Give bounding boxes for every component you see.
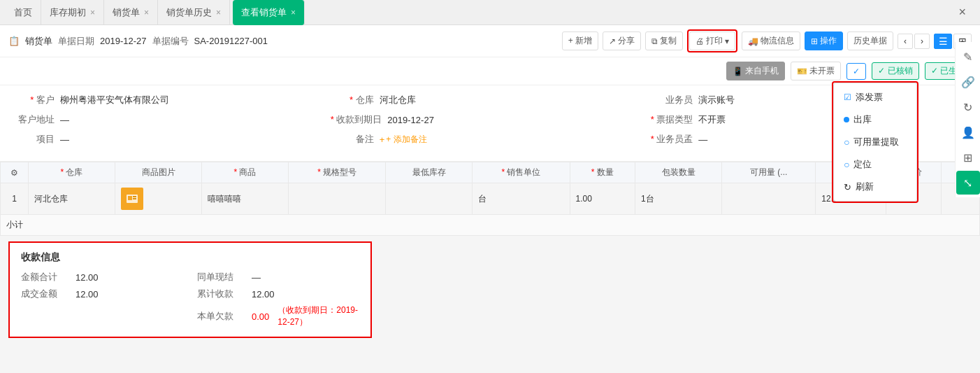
number-label: 单据编号 bbox=[152, 35, 189, 48]
product-image bbox=[121, 188, 143, 210]
next-arrow[interactable]: › bbox=[914, 34, 930, 49]
nav-arrows: ‹ › bbox=[898, 34, 930, 49]
ticket-type-value: 不开票 bbox=[698, 113, 796, 126]
col-header-image: 商品图片 bbox=[115, 162, 202, 183]
col-header-available: 可用量 (... bbox=[722, 162, 816, 183]
tab-close-sales[interactable]: × bbox=[144, 8, 149, 17]
tab-close-inventory[interactable]: × bbox=[90, 8, 95, 17]
prev-arrow[interactable]: ‹ bbox=[898, 34, 913, 49]
subtotal-label: 小计 bbox=[1, 215, 980, 236]
row-no: 1 bbox=[1, 183, 29, 215]
svg-rect-3 bbox=[133, 198, 136, 199]
sidebar-table-icon[interactable]: ⊞ bbox=[956, 146, 980, 169]
summary-title: 收款信息 bbox=[21, 251, 359, 264]
col-header-min-stock: 最低库存 bbox=[386, 162, 473, 183]
project-field: 项目 — bbox=[11, 133, 331, 146]
from-phone-button[interactable]: 📱 来自手机 bbox=[726, 62, 785, 80]
copy-icon: ⧉ bbox=[651, 36, 658, 46]
summary-cumulative-payment: 累计收款 12.00 bbox=[197, 288, 359, 300]
sold-badge: ✓ 已核销 bbox=[872, 62, 918, 80]
not-opened-button[interactable]: 🎫 未开票 bbox=[791, 62, 841, 80]
staff-field: 业务员 演示账号 bbox=[649, 94, 969, 106]
history-button[interactable]: 历史单据 bbox=[847, 31, 893, 50]
dropdown-available-qty[interactable]: ○ 可用量提取 bbox=[834, 131, 916, 153]
date-label: 单据日期 bbox=[58, 35, 94, 48]
sidebar-expand-icon[interactable]: ⤡ bbox=[956, 171, 980, 195]
action-buttons: + 新增 ↗ 分享 ⧉ 复制 🖨 打印 ▾ 🚚 bbox=[562, 29, 972, 52]
sidebar-link-icon[interactable]: 🔗 bbox=[956, 70, 980, 94]
address-value: — bbox=[60, 115, 158, 125]
form-row-2: 客户地址 — * 收款到期日 2019-12-27 * 票据类型 不开票 bbox=[11, 113, 969, 126]
tab-sales-history[interactable]: 销货单历史 × bbox=[158, 0, 230, 25]
confirm-icon-button[interactable]: ✓ bbox=[846, 63, 866, 80]
radio-dot-available: ○ bbox=[844, 136, 849, 148]
tab-sales[interactable]: 销货单 × bbox=[104, 0, 158, 25]
col-header-pack-qty: 包装数量 bbox=[635, 162, 722, 183]
total-amount-value: 12.00 bbox=[75, 272, 99, 283]
list-view-toggle[interactable]: ☰ bbox=[934, 34, 952, 49]
right-sidebar: ✎ 🔗 ↻ 👤 ⊞ ⤡ bbox=[955, 42, 980, 197]
sidebar-edit-icon[interactable]: ✎ bbox=[956, 45, 980, 69]
remarks-field: 备注 + + 添加备注 bbox=[331, 133, 650, 146]
dropdown-refresh[interactable]: ↻ 刷新 bbox=[834, 176, 916, 198]
dropdown-outbound[interactable]: 出库 bbox=[834, 108, 916, 131]
radio-dot-outbound bbox=[844, 117, 849, 122]
svg-rect-1 bbox=[128, 196, 132, 200]
dropdown-locate[interactable]: ○ 定位 bbox=[834, 153, 916, 176]
outstanding-value: 0.00 bbox=[252, 311, 269, 322]
dropdown-add-invoice[interactable]: ☑ 添发票 bbox=[834, 86, 916, 108]
staff-value: 演示账号 bbox=[698, 94, 796, 106]
row-spec bbox=[289, 183, 386, 215]
logistics-button[interactable]: 🚚 物流信息 bbox=[742, 31, 800, 50]
summary-total-amount: 金额合计 12.00 bbox=[21, 271, 183, 283]
print-dropdown-arrow: ▾ bbox=[725, 36, 729, 46]
checkbox-icon: ☑ bbox=[844, 92, 851, 102]
summary-grid: 金额合计 12.00 同单现结 — 成交金额 12.00 累计收款 12.00 bbox=[21, 271, 359, 328]
copy-button[interactable]: ⧉ 复制 bbox=[645, 31, 683, 50]
document-info: 📋 销货单 单据日期 2019-12-27 单据编号 SA-20191227-0… bbox=[8, 35, 556, 48]
sidebar-user-icon[interactable]: 👤 bbox=[956, 120, 980, 144]
form-row-1: * 客户 柳州粤港平安气体有限公司 * 仓库 河北仓库 业务员 演示账号 bbox=[11, 94, 969, 106]
row-product: 嘻嘻嘻嘻 bbox=[202, 183, 289, 215]
col-header-spec: * 规格型号 bbox=[289, 162, 386, 183]
row-image bbox=[115, 183, 202, 215]
share-button[interactable]: ↗ 分享 bbox=[603, 31, 641, 50]
tab-home[interactable]: 首页 bbox=[6, 0, 41, 25]
doc-type-icon: 📋 bbox=[8, 36, 20, 46]
window-close-button[interactable]: × bbox=[950, 5, 974, 20]
sidebar-refresh-icon[interactable]: ↻ bbox=[956, 95, 980, 119]
col-header-sales-unit: * 销售单位 bbox=[473, 162, 570, 183]
add-note-button[interactable]: + + 添加备注 bbox=[380, 134, 427, 146]
tab-view-sales[interactable]: 查看销货单 × bbox=[233, 0, 305, 25]
row-available bbox=[722, 183, 816, 215]
row-quantity: 1.00 bbox=[570, 183, 635, 215]
add-button[interactable]: + 新增 bbox=[562, 31, 598, 50]
summary-outstanding: 本单欠款 0.00 （收款到期日：2019-12-27） bbox=[197, 304, 359, 328]
same-order-value: — bbox=[252, 272, 261, 283]
sales-staff-field: * 业务员孟 — bbox=[649, 133, 969, 146]
phone-icon: 📱 bbox=[733, 66, 743, 76]
tab-close-sales-history[interactable]: × bbox=[216, 8, 221, 17]
summary-section: 收款信息 金额合计 12.00 同单现结 — 成交金额 12.00 bbox=[8, 241, 372, 338]
col-header-warehouse: * 仓库 bbox=[29, 162, 115, 183]
tab-bar: 首页 库存期初 × 销货单 × 销货单历史 × 查看销货单 × × bbox=[0, 0, 980, 25]
truck-icon: 🚚 bbox=[748, 36, 758, 46]
payment-due-value: 2019-12-27 bbox=[387, 115, 485, 125]
payment-due-field: * 收款到期日 2019-12-27 bbox=[331, 113, 650, 126]
warehouse-value: 河北仓库 bbox=[380, 94, 477, 106]
cumulative-value: 12.00 bbox=[252, 289, 275, 300]
tab-close-view-sales[interactable]: × bbox=[291, 8, 296, 17]
print-button-wrapper: 🖨 打印 ▾ bbox=[687, 29, 737, 52]
print-icon: 🖨 bbox=[696, 36, 704, 46]
warehouse-field: * 仓库 河北仓库 bbox=[331, 94, 650, 106]
summary-wrapper: 收款信息 金额合计 12.00 同单现结 — 成交金额 12.00 bbox=[0, 236, 980, 344]
project-value: — bbox=[60, 134, 158, 145]
print-button[interactable]: 🖨 打印 ▾ bbox=[689, 31, 735, 50]
row-pack-qty: 1台 bbox=[635, 183, 722, 215]
summary-deal-amount: 成交金额 12.00 bbox=[21, 288, 183, 300]
doc-number: SA-20191227-001 bbox=[194, 36, 268, 46]
outstanding-note: （收款到期日：2019-12-27） bbox=[278, 304, 359, 328]
col-header-product: * 商品 bbox=[202, 162, 289, 183]
tab-inventory[interactable]: 库存期初 × bbox=[41, 0, 104, 25]
operation-button[interactable]: ⊞ 操作 bbox=[805, 31, 843, 50]
